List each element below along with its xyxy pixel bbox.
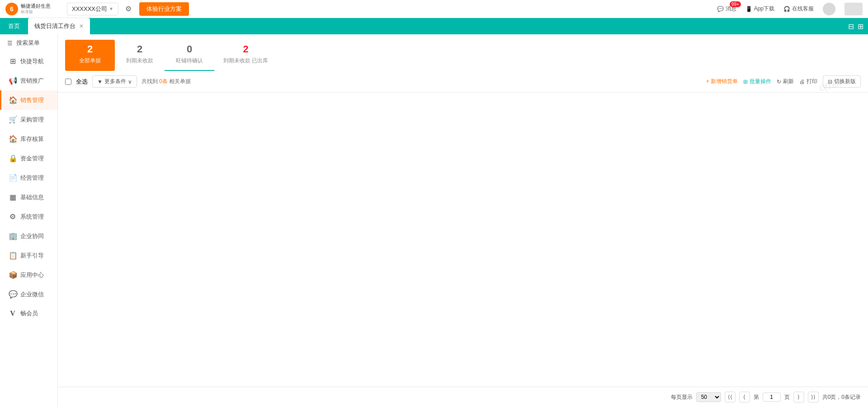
total-label: 共0页，0条记录 bbox=[822, 393, 861, 401]
sidebar: ☰ 搜索菜单 ⊞ 快捷导航 📢 营销推广 🏠 销售管理 🛒 采购管理 🏠 库存核… bbox=[0, 34, 58, 407]
select-all-label: 全选 bbox=[76, 78, 88, 86]
stat-count-overdue-out: 2 bbox=[223, 43, 268, 55]
select-all-checkbox[interactable] bbox=[65, 79, 71, 85]
stat-label-overdue: 到期未收款 bbox=[124, 57, 156, 65]
sidebar-item-guide[interactable]: 📋 新手引导 bbox=[0, 246, 57, 265]
quick-nav-icon: ⊞ bbox=[9, 57, 17, 65]
result-count: 0条 bbox=[159, 78, 168, 84]
new-order-button[interactable]: + 新增销货单 bbox=[706, 78, 738, 85]
download-icon: 📱 bbox=[745, 6, 752, 12]
stat-label-pending: 旺铺待确认 bbox=[174, 57, 205, 65]
basic-info-icon: ▦ bbox=[9, 193, 17, 201]
sidebar-item-app-center[interactable]: 📦 应用中心 bbox=[0, 265, 57, 285]
stat-tab-all[interactable]: 2 全部单据 bbox=[65, 40, 115, 71]
logo-icon: 6 bbox=[5, 3, 18, 15]
page-suffix: 页 bbox=[784, 393, 790, 401]
per-page-select[interactable]: 50 100 200 bbox=[696, 392, 721, 402]
prev-page-button[interactable]: ⟨ bbox=[739, 392, 750, 402]
top-right-actions: 💬 消息 99 📱 App下载 🎧 在线客服 bbox=[717, 3, 863, 15]
stat-label-overdue-out: 到期未收款 已出库 bbox=[223, 57, 268, 65]
marketing-icon: 📢 bbox=[9, 76, 17, 85]
message-icon: 💬 bbox=[717, 6, 724, 12]
stat-tab-overdue-out[interactable]: 2 到期未收款 已出库 bbox=[214, 40, 277, 71]
purchase-icon: 🛒 bbox=[9, 115, 17, 124]
stat-tab-pending[interactable]: 0 旺铺待确认 bbox=[165, 40, 214, 71]
filter-chevron-icon: ∨ bbox=[128, 79, 132, 85]
service-icon: 🎧 bbox=[783, 6, 790, 12]
sidebar-item-marketing[interactable]: 📢 营销推广 bbox=[0, 71, 57, 90]
operations-icon: 📄 bbox=[9, 173, 17, 182]
search-menu-button[interactable]: ☰ 搜索菜单 bbox=[0, 34, 57, 51]
sidebar-item-purchase[interactable]: 🛒 采购管理 bbox=[0, 110, 57, 129]
tab-home[interactable]: 首页 bbox=[0, 18, 28, 34]
first-page-button[interactable]: ⟨⟨ bbox=[725, 392, 736, 402]
trial-button[interactable]: 体验行业方案 bbox=[139, 2, 189, 16]
sidebar-item-quick-nav[interactable]: ⊞ 快捷导航 bbox=[0, 51, 57, 71]
filter-button[interactable]: ▼ 更多条件 ∨ bbox=[92, 75, 137, 88]
page-label: 第 bbox=[754, 393, 759, 401]
tab-active[interactable]: 钱货日清工作台 ✕ bbox=[28, 18, 90, 34]
sidebar-item-sales[interactable]: 🏠 销售管理 bbox=[0, 90, 57, 110]
stat-label-all: 全部单据 bbox=[74, 57, 106, 65]
system-icon: ⚙ bbox=[9, 212, 17, 221]
per-page-label: 每页显示 bbox=[671, 393, 693, 401]
online-service-button[interactable]: 🎧 在线客服 bbox=[783, 5, 814, 13]
filter-icon: ▼ bbox=[97, 79, 103, 85]
batch-icon: ⊞ bbox=[743, 79, 748, 85]
enterprise-icon: 🏢 bbox=[9, 232, 17, 240]
stats-tabs: 2 全部单据 2 到期未收款 0 旺铺待确认 2 到期未收款 已出库 bbox=[58, 34, 868, 71]
tab-minimize-icon[interactable]: ⊟ bbox=[848, 22, 854, 31]
table-area bbox=[58, 93, 868, 387]
sidebar-item-enterprise[interactable]: 🏢 企业协同 bbox=[0, 226, 57, 246]
messages-badge: 99 bbox=[730, 1, 741, 7]
avatar[interactable] bbox=[823, 3, 835, 15]
sidebar-item-wechat[interactable]: 💬 企业微信 bbox=[0, 285, 57, 304]
content-area: 2 全部单据 2 到期未收款 0 旺铺待确认 2 到期未收款 已出库 全选 bbox=[58, 34, 868, 407]
sales-icon: 🏠 bbox=[9, 96, 17, 104]
logo-sub: 标准版 bbox=[21, 9, 51, 15]
sidebar-item-funds[interactable]: 🔒 资金管理 bbox=[0, 149, 57, 168]
company-selector[interactable]: XXXXXX公司 ▼ bbox=[67, 3, 118, 15]
switch-version-button[interactable]: ⊟ 切换新版 bbox=[823, 75, 861, 88]
next-page-button[interactable]: ⟩ bbox=[793, 392, 804, 402]
refresh-icon: ↻ bbox=[777, 79, 781, 85]
switch-icon: ⊟ bbox=[828, 79, 832, 85]
stat-count-pending: 0 bbox=[174, 43, 205, 55]
app-center-icon: 📦 bbox=[9, 271, 17, 279]
logo-name: 畅捷通好生意 bbox=[21, 3, 51, 9]
sidebar-item-inventory[interactable]: 🏠 库存核算 bbox=[0, 129, 57, 149]
page-input[interactable] bbox=[763, 393, 781, 402]
messages-button[interactable]: 💬 消息 99 bbox=[717, 5, 736, 13]
settings-button[interactable]: ⚙ bbox=[122, 3, 135, 15]
search-icon: ☰ bbox=[7, 40, 13, 47]
main-layout: ☰ 搜索菜单 ⊞ 快捷导航 📢 营销推广 🏠 销售管理 🛒 采购管理 🏠 库存核… bbox=[0, 34, 868, 407]
sidebar-item-operations[interactable]: 📄 经营管理 bbox=[0, 168, 57, 187]
guide-icon: 📋 bbox=[9, 251, 17, 260]
stat-count-all: 2 bbox=[74, 43, 106, 55]
stat-tab-overdue[interactable]: 2 到期未收款 bbox=[115, 40, 165, 71]
refresh-button[interactable]: ↻ 刷新 bbox=[777, 78, 794, 85]
sidebar-item-system[interactable]: ⚙ 系统管理 bbox=[0, 207, 57, 226]
app-download-button[interactable]: 📱 App下载 bbox=[745, 5, 774, 13]
chevron-down-icon: ▼ bbox=[109, 6, 113, 11]
tab-maximize-icon[interactable]: ⊞ bbox=[858, 22, 863, 31]
print-button[interactable]: 🖨 打印 bbox=[799, 78, 817, 85]
tab-close-icon[interactable]: ✕ bbox=[79, 23, 84, 29]
funds-icon: 🔒 bbox=[9, 154, 17, 163]
wechat-icon: 💬 bbox=[9, 290, 17, 299]
company-name: XXXXXX公司 bbox=[72, 5, 107, 13]
top-bar: 6 畅捷通好生意 标准版 XXXXXX公司 ▼ ⚙ 体验行业方案 💬 消息 99… bbox=[0, 0, 868, 18]
batch-operation-button[interactable]: ⊞ 批量操作 bbox=[743, 78, 771, 85]
sidebar-item-member[interactable]: V 畅会员 bbox=[0, 304, 57, 323]
tab-bar: 首页 钱货日清工作台 ✕ ⊟ ⊞ bbox=[0, 18, 868, 34]
last-page-button[interactable]: ⟩⟩ bbox=[808, 392, 819, 402]
toolbar: 全选 ▼ 更多条件 ∨ 共找到 0条 相关单据 + 新增销货单 ⊞ 批量操作 bbox=[58, 71, 868, 93]
logo-area: 6 畅捷通好生意 标准版 bbox=[5, 3, 63, 15]
stat-count-overdue: 2 bbox=[124, 43, 156, 55]
result-text: 共找到 0条 相关单据 bbox=[142, 78, 191, 85]
inventory-icon: 🏠 bbox=[9, 135, 17, 143]
user-menu[interactable] bbox=[844, 3, 863, 15]
print-icon: 🖨 bbox=[799, 79, 805, 85]
sidebar-item-basic-info[interactable]: ▦ 基础信息 bbox=[0, 187, 57, 207]
member-icon: V bbox=[9, 309, 17, 318]
